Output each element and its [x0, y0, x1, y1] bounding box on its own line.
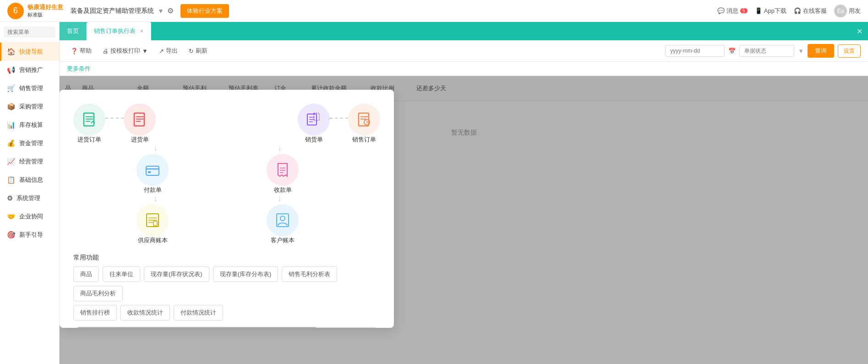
- customer-account-icon: [267, 204, 299, 236]
- online-service-button[interactable]: 🎧 在线客服: [794, 7, 827, 15]
- sidebar-item-newbie[interactable]: 🎯 新手引导: [0, 226, 59, 244]
- tab-sales-order-execution[interactable]: 销售订单执行表 ×: [87, 22, 151, 40]
- search-button[interactable]: 查询: [808, 44, 834, 58]
- print-dropdown-icon: ▼: [142, 48, 148, 54]
- purchase-bill-icon: [124, 103, 156, 136]
- flow-item-supplier-account[interactable]: 供应商账本: [136, 204, 169, 244]
- customer-account-label: 客户账本: [271, 236, 295, 244]
- receipt-icon: [267, 154, 299, 186]
- sidebar-item-finance[interactable]: 💰 资金管理: [0, 134, 59, 152]
- experience-button[interactable]: 体验行业方案: [180, 4, 229, 18]
- status-select[interactable]: [739, 45, 794, 57]
- more-conditions-link[interactable]: 更多条件: [67, 65, 91, 73]
- finance-icon: 💰: [7, 139, 16, 147]
- sales-icon: 🛒: [7, 84, 16, 92]
- message-button[interactable]: 💬 消息 5: [717, 7, 748, 15]
- setting-button[interactable]: 设置: [838, 44, 861, 58]
- system-dropdown-arrow[interactable]: ▼: [158, 7, 164, 15]
- basic-info-icon: 📋: [7, 176, 16, 184]
- flow-item-payment[interactable]: 付款单: [136, 154, 169, 194]
- scroll-thumb[interactable]: [77, 327, 317, 328]
- flow-item-receipt[interactable]: 收款单: [267, 154, 299, 194]
- tab-home[interactable]: 首页: [60, 22, 87, 40]
- common-functions-title: 常用功能: [73, 254, 380, 262]
- system-icon: ⚙: [7, 194, 13, 202]
- sidebar-item-basic-info[interactable]: 📋 基础信息: [0, 171, 59, 189]
- flow-item-purchase-order[interactable]: 进货订单: [73, 103, 105, 144]
- top-bar: 6 畅康通好生意 标准版 装备及固定资产辅助管理系统 ▼ ⚙ 体验行业方案 💬 …: [0, 0, 868, 22]
- flow-item-sales-bill[interactable]: 销货单: [298, 103, 330, 144]
- common-functions: 常用功能 商品 往来单位 现存量(库存状况表) 现存量(库存分布表) 销售毛利分…: [73, 254, 380, 321]
- scroll-left-arrow[interactable]: ‹: [73, 325, 75, 328]
- payment-label: 付款单: [144, 186, 162, 194]
- search-input[interactable]: [4, 27, 55, 38]
- message-badge: 5: [740, 8, 748, 13]
- purchase-bill-label: 进货单: [131, 136, 149, 144]
- horizontal-scrollbar[interactable]: ‹ ›: [73, 325, 380, 328]
- sidebar-item-purchase[interactable]: 📦 采购管理: [0, 98, 59, 116]
- func-btn-receipt-stats[interactable]: 收款情况统计: [120, 305, 170, 321]
- app-download-button[interactable]: 📱 App下载: [755, 7, 786, 15]
- scroll-track[interactable]: [77, 327, 376, 328]
- marketing-icon: 📢: [7, 66, 16, 74]
- func-btn-partners[interactable]: 往来单位: [103, 266, 140, 282]
- scroll-right-arrow[interactable]: ›: [378, 325, 380, 328]
- svg-line-18: [367, 122, 368, 123]
- newbie-icon: 🎯: [7, 231, 16, 239]
- func-btn-product-margin[interactable]: 商品毛利分析: [73, 286, 123, 301]
- flow-item-customer-account[interactable]: 客户账本: [267, 204, 299, 244]
- func-btn-payment-stats[interactable]: 付款情况统计: [174, 305, 223, 321]
- flow-item-purchase-bill[interactable]: 进货单: [124, 103, 156, 144]
- sidebar-item-inventory[interactable]: 📊 库存核算: [0, 116, 59, 134]
- content-area: 首页 销售订单执行表 × ✕ ❓ 帮助 🖨 按模板打印 ▼: [60, 22, 868, 364]
- payment-icon: [136, 154, 169, 186]
- logo-text: 畅康通好生意 标准版: [27, 4, 63, 18]
- sales-order-label: 销售订单: [352, 136, 376, 144]
- sidebar-item-operations[interactable]: 📈 经营管理: [0, 152, 59, 171]
- sidebar-item-sales[interactable]: 🛒 销售管理: [0, 79, 59, 98]
- supplier-account-icon: [136, 204, 169, 236]
- supplier-account-label: 供应商账本: [138, 236, 168, 244]
- tab-close-button[interactable]: ×: [140, 28, 143, 34]
- svg-point-31: [280, 216, 285, 221]
- sidebar-search-area: [0, 22, 59, 43]
- operations-icon: 📈: [7, 158, 16, 166]
- user-area[interactable]: Ea 用友: [834, 5, 861, 17]
- enterprise-icon: 🤝: [7, 212, 16, 221]
- logo-area: 6 畅康通好生意 标准版: [7, 3, 67, 19]
- date-input[interactable]: [665, 45, 725, 57]
- sidebar: 🏠 快捷导航 📢 营销推广 🛒 销售管理 📦 采购管理 📊 库存核算 💰: [0, 22, 60, 364]
- export-button[interactable]: ↗ 导出: [155, 45, 181, 57]
- content-toolbar: ❓ 帮助 🖨 按模板打印 ▼ ↗ 导出 ↻ 刷新 �: [60, 40, 868, 62]
- sales-bill-label: 销货单: [305, 136, 323, 144]
- flow-item-sales-order[interactable]: 销售订单: [348, 103, 380, 144]
- receipt-label: 收款单: [274, 186, 292, 194]
- func-btn-sales-margin[interactable]: 销售毛利分析表: [282, 266, 337, 282]
- top-right-area: 💬 消息 5 📱 App下载 🎧 在线客服 Ea 用友: [717, 5, 861, 17]
- sales-order-icon: [348, 103, 380, 136]
- sidebar-item-system[interactable]: ⚙ 系统管理: [0, 189, 59, 207]
- func-btn-stock-dist[interactable]: 现存量(库存分布表): [213, 266, 278, 282]
- status-dropdown-icon[interactable]: ▼: [798, 48, 804, 54]
- tab-bar-close-button[interactable]: ✕: [857, 27, 863, 36]
- sidebar-item-marketing[interactable]: 📢 营销推广: [0, 61, 59, 79]
- sidebar-item-quick-nav[interactable]: 🏠 快捷导航: [0, 43, 59, 61]
- template-print-button[interactable]: 🖨 按模板打印 ▼: [99, 45, 152, 57]
- purchase-order-icon: [73, 103, 105, 136]
- app-wrapper: 6 畅康通好生意 标准版 装备及固定资产辅助管理系统 ▼ ⚙ 体验行业方案 💬 …: [0, 0, 868, 364]
- quick-nav-icon: 🏠: [7, 48, 16, 56]
- svg-rect-19: [146, 166, 159, 175]
- refresh-button[interactable]: ↻ 刷新: [185, 45, 211, 57]
- function-buttons-row2: 销售排行榜 收款情况统计 付款情况统计: [73, 305, 380, 321]
- sidebar-item-enterprise[interactable]: 🤝 企业协同: [0, 207, 59, 226]
- func-btn-stock-status[interactable]: 现存量(库存状况表): [144, 266, 209, 282]
- help-button[interactable]: ❓ 帮助: [67, 45, 95, 57]
- arrow-1: [105, 118, 124, 119]
- service-icon: 🎧: [794, 7, 801, 14]
- flow-section: 进货订单 进货单: [73, 103, 380, 244]
- sales-bill-icon: [298, 103, 330, 136]
- settings-button[interactable]: ⚙: [164, 5, 177, 17]
- func-btn-sales-ranking[interactable]: 销售排行榜: [73, 305, 117, 321]
- calendar-icon[interactable]: 📅: [728, 48, 736, 54]
- func-btn-product[interactable]: 商品: [73, 266, 99, 282]
